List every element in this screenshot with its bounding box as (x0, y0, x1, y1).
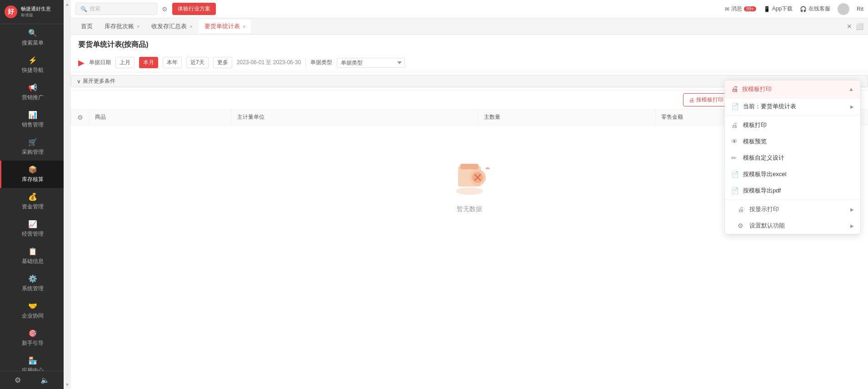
sidebar-item-label-inventory: 库存核算 (22, 176, 44, 183)
settings-icon[interactable]: ⚙ (15, 376, 21, 384)
sidebar-nav: 🔍搜索菜单⚡快捷导航📢营销推广📊销售管理🛒采购管理📦库存核算💰资金管理📈经营管理… (0, 24, 64, 371)
phone-icon: 📱 (763, 6, 770, 12)
dropdown-current-arrow: ▶ (850, 104, 854, 109)
sidebar-item-inventory[interactable]: 📦库存核算 (0, 161, 64, 188)
display-print-label: 按显示打印 (749, 205, 779, 213)
date-btn-本年[interactable]: 本年 (163, 57, 182, 68)
tab-close-receipt-summary[interactable]: × (190, 24, 192, 29)
user-avatar[interactable] (838, 3, 849, 15)
logo-icon: 好 (5, 5, 17, 18)
tab-close-batch-account[interactable]: × (137, 24, 140, 29)
svg-rect-2 (460, 164, 479, 169)
sidebar-item-operations[interactable]: 📈经营管理 (0, 215, 64, 242)
dropdown-current-item[interactable]: 📄 当前：要货单统计表 ▶ (725, 98, 860, 115)
gear-icon[interactable]: ⚙ (162, 5, 168, 13)
tab-home[interactable]: 首页 (75, 20, 98, 33)
sidebar-item-label-finance: 资金管理 (22, 203, 44, 211)
search-bar[interactable]: 🔍 搜索 (75, 3, 157, 15)
sidebar-item-basic[interactable]: 📋基础信息 (0, 242, 64, 270)
dropdown-item-template-preview[interactable]: 👁模板预览 (725, 133, 860, 150)
close-window-icon[interactable]: ✕ (847, 23, 852, 30)
basic-icon: 📋 (28, 247, 37, 256)
sidebar-item-collab[interactable]: 🤝企业协同 (0, 297, 64, 324)
tab-requisition-stats[interactable]: 要货单统计表× (199, 20, 251, 33)
appstore-icon: 🏪 (28, 356, 37, 365)
messages-badge: 99+ (744, 6, 756, 11)
date-btn-近7天[interactable]: 近7天 (186, 57, 209, 68)
dropdown-sub-set-default[interactable]: ⚙设置默认功能▶ (725, 217, 860, 234)
date-btn-本月[interactable]: 本月 (139, 57, 158, 68)
filter-toggle-icon[interactable]: ▶ (78, 58, 85, 68)
sidebar-item-guide[interactable]: 🎯新手引导 (0, 324, 64, 352)
topbar-right: ✉ 消息 99+ 📱 App下载 🎧 在线客服 Rit (725, 3, 863, 15)
set-default-icon: ⚙ (738, 222, 745, 229)
sidebar-item-purchase[interactable]: 🛒采购管理 (0, 133, 64, 161)
dropdown-divider-2 (725, 200, 860, 200)
dropdown-print-icon: 🖨 (731, 85, 738, 93)
sidebar-item-finance[interactable]: 💰资金管理 (0, 188, 64, 215)
sidebar-item-search[interactable]: 🔍搜索菜单 (0, 24, 64, 51)
template-excel-label: 按模板导出excel (743, 170, 786, 178)
tab-receipt-summary[interactable]: 收发存汇总表× (146, 20, 198, 33)
sidebar-item-label-operations: 经营管理 (22, 230, 44, 238)
col-settings: ⚙ (71, 110, 90, 125)
guide-icon: 🎯 (28, 329, 37, 338)
type-select[interactable]: 单据类型 (337, 58, 405, 68)
sound-icon[interactable]: 🔈 (40, 376, 50, 384)
tab-close-requisition-stats[interactable]: × (243, 24, 245, 29)
app-logo: 好 畅捷通好生意 标准版 (0, 0, 64, 24)
sidebar-item-appstore[interactable]: 🏪应用中心 (0, 352, 64, 371)
template-pdf-icon: 📄 (731, 187, 738, 194)
col-主计量单位: 主计量单位 (232, 110, 479, 125)
online-service-item[interactable]: 🎧 在线客服 (800, 5, 830, 13)
dropdown-header[interactable]: 🖨 按模板打印 ▲ (725, 81, 860, 98)
dropdown-sub-display-print[interactable]: 🖨按显示打印▶ (725, 201, 860, 217)
sidebar-item-system[interactable]: ⚙️系统管理 (0, 270, 64, 297)
display-print-icon: 🖨 (738, 206, 745, 213)
headset-icon: 🎧 (800, 6, 807, 12)
date-label: 单据日期 (89, 59, 111, 66)
quick-nav-icon: ⚡ (28, 56, 37, 65)
sidebar-item-marketing[interactable]: 📢营销推广 (0, 79, 64, 106)
empty-illustration (447, 152, 492, 198)
tab-label-requisition-stats: 要货单统计表 (205, 22, 240, 30)
dropdown-item-template-excel[interactable]: 📄按模板导出excel (725, 166, 860, 182)
sidebar-item-label-basic: 基础信息 (22, 258, 44, 265)
scroll-up-btn[interactable]: ▲ (65, 2, 70, 7)
filter-bar: ▶ 单据日期 上月本月本年近7天更多2023-06-01 至 2023-06-3… (71, 53, 868, 72)
maximize-window-icon[interactable]: ⬜ (856, 23, 863, 30)
trial-btn[interactable]: 体验行业方案 (172, 3, 216, 15)
dropdown-title: 按模板打印 (742, 85, 772, 93)
dropdown-divider-1 (725, 116, 860, 116)
message-icon: ✉ (725, 6, 729, 12)
scroll-down-btn[interactable]: ▼ (65, 382, 70, 387)
dropdown-item-template-print[interactable]: 🖨模板打印 (725, 117, 860, 133)
operations-icon: 📈 (28, 220, 37, 228)
template-design-label: 模板自定义设计 (743, 154, 784, 162)
sidebar-item-sales[interactable]: 📊销售管理 (0, 106, 64, 133)
sidebar-item-label-sales: 销售管理 (22, 121, 44, 129)
topbar: 🔍 搜索 ⚙ 体验行业方案 ✉ 消息 99+ 📱 App下载 🎧 在线客服 Ri… (71, 0, 868, 18)
tab-batch-account[interactable]: 库存批次账× (99, 20, 145, 33)
system-icon: ⚙️ (28, 274, 37, 283)
tab-label-receipt-summary: 收发存汇总表 (151, 22, 187, 30)
col-settings-icon[interactable]: ⚙ (77, 114, 83, 121)
main-area: 🔍 搜索 ⚙ 体验行业方案 ✉ 消息 99+ 📱 App下载 🎧 在线客服 Ri… (71, 0, 868, 389)
sidebar-item-quick-nav[interactable]: ⚡快捷导航 (0, 51, 64, 79)
app-download-item[interactable]: 📱 App下载 (763, 5, 793, 13)
messages-item[interactable]: ✉ 消息 99+ (725, 5, 756, 13)
date-btn-上月[interactable]: 上月 (115, 57, 135, 68)
content-area: 要货单统计表(按商品) ▶ 单据日期 上月本月本年近7天更多2023-06-01… (71, 35, 868, 389)
arrow-icon: ▶ (850, 207, 854, 212)
type-label: 单据类型 (310, 59, 332, 66)
dropdown-item-template-design[interactable]: ✏模板自定义设计 (725, 150, 860, 166)
scroll-rail: ▲ ▼ (64, 0, 71, 389)
user-name[interactable]: Rit (857, 6, 863, 12)
date-btn-更多[interactable]: 更多 (213, 57, 232, 68)
tab-label-home: 首页 (81, 22, 93, 30)
app-name-block: 畅捷通好生意 标准版 (21, 5, 51, 18)
dropdown-item-template-pdf[interactable]: 📄按模板导出pdf (725, 182, 860, 199)
window-controls: ✕ ⬜ (847, 23, 863, 30)
print-label: 按模板打印 (696, 96, 723, 104)
template-print-icon: 🖨 (731, 121, 738, 129)
